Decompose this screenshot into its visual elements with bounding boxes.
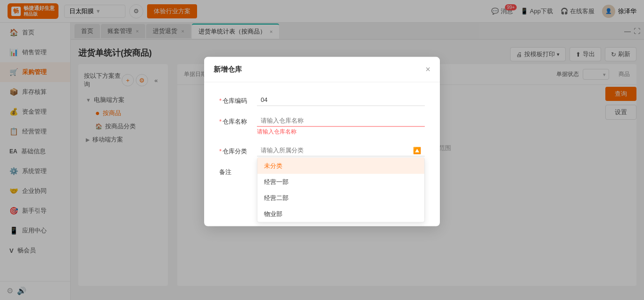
- notes-label: 备注: [219, 165, 257, 176]
- form-row-category: *仓库分类 🔼 未分类 经营一部 经营二部 物业部: [219, 144, 425, 157]
- dropdown-item-uncategorized[interactable]: 未分类: [257, 158, 424, 174]
- dialog-close-button[interactable]: ×: [425, 65, 430, 75]
- form-row-name: *仓库名称 请输入仓库名称: [219, 115, 425, 136]
- category-field-wrapper: 🔼 未分类 经营一部 经营二部 物业部: [257, 144, 425, 157]
- name-label: *仓库名称: [219, 115, 257, 126]
- code-field-wrapper: [257, 94, 425, 106]
- code-label: *仓库编码: [219, 94, 257, 105]
- category-dropdown-arrow[interactable]: 🔼: [413, 147, 421, 154]
- dialog-body: *仓库编码 *仓库名称 请输入仓库名称 *仓库分类 🔼: [204, 83, 440, 197]
- name-error-message: 请输入仓库名称: [257, 128, 425, 136]
- add-warehouse-dialog: 新增仓库 × *仓库编码 *仓库名称 请输入仓库名称 *仓库分类: [204, 57, 440, 226]
- category-input[interactable]: [257, 144, 425, 157]
- dropdown-item-dept2[interactable]: 经营二部: [257, 190, 424, 206]
- name-input[interactable]: [257, 115, 425, 127]
- dialog-header: 新增仓库 ×: [204, 57, 440, 83]
- category-dropdown-list: 未分类 经营一部 经营二部 物业部: [257, 158, 425, 223]
- code-input[interactable]: [257, 94, 425, 106]
- form-row-code: *仓库编码: [219, 94, 425, 106]
- category-label: *仓库分类: [219, 144, 257, 156]
- dropdown-item-dept1[interactable]: 经营一部: [257, 174, 424, 190]
- dialog-title: 新增仓库: [214, 65, 242, 74]
- dropdown-item-dept3[interactable]: 物业部: [257, 206, 424, 222]
- name-field-wrapper: 请输入仓库名称: [257, 115, 425, 136]
- category-select-wrapper: 🔼: [257, 144, 425, 157]
